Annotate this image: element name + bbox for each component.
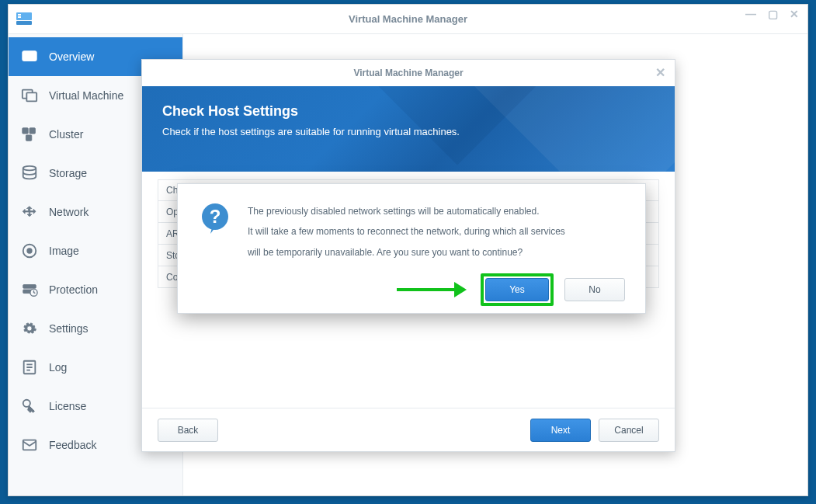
sidebar-item-label: Overview <box>49 50 94 63</box>
confirm-dialog: ? The previously disabled network settin… <box>177 183 646 314</box>
storage-icon <box>21 165 38 182</box>
sidebar-item-label: Feedback <box>49 439 96 451</box>
wizard-titlebar: Virtual Machine Manager ✕ <box>142 60 675 86</box>
no-button[interactable]: No <box>564 278 625 301</box>
wizard-close-icon[interactable]: ✕ <box>655 65 665 80</box>
license-icon <box>21 398 38 415</box>
confirm-line: It will take a few moments to reconnect … <box>248 221 565 242</box>
sidebar-item-label: Settings <box>49 322 89 335</box>
protection-icon <box>21 281 38 298</box>
sidebar-item-label: Virtual Machine <box>49 89 123 102</box>
close-button[interactable]: ✕ <box>787 8 801 20</box>
question-icon: ? <box>198 201 232 235</box>
sidebar-item-label: Image <box>49 245 79 257</box>
image-icon <box>21 242 38 259</box>
annotation-arrow <box>397 286 467 294</box>
network-icon <box>21 203 38 221</box>
cluster-icon <box>21 126 38 143</box>
cancel-button[interactable]: Cancel <box>599 419 659 442</box>
svg-point-13 <box>23 166 36 171</box>
svg-rect-16 <box>23 285 36 289</box>
window-controls: — ▢ ✕ <box>744 8 801 20</box>
svg-rect-1 <box>16 21 32 25</box>
svg-rect-7 <box>30 56 34 57</box>
settings-icon <box>21 320 38 337</box>
svg-rect-5 <box>25 53 29 56</box>
svg-rect-6 <box>30 53 34 54</box>
sidebar-item-label: License <box>49 400 86 412</box>
app-icon <box>15 9 33 28</box>
wizard-title: Virtual Machine Manager <box>353 68 463 78</box>
svg-rect-2 <box>18 14 21 16</box>
wizard-heading: Check Host Settings <box>162 103 655 120</box>
sidebar-item-label: Network <box>49 206 89 218</box>
svg-point-15 <box>27 249 32 253</box>
minimize-button[interactable]: — <box>744 8 758 20</box>
svg-text:?: ? <box>210 206 221 227</box>
confirm-line: The previously disabled network settings… <box>248 201 565 221</box>
sidebar-item-label: Storage <box>49 167 87 179</box>
back-button[interactable]: Back <box>158 419 218 442</box>
sidebar-item-label: Protection <box>49 283 98 296</box>
titlebar: Virtual Machine Manager — ▢ ✕ <box>9 5 807 34</box>
yes-button[interactable]: Yes <box>485 278 549 301</box>
vm-icon <box>21 87 38 104</box>
maximize-button[interactable]: ▢ <box>766 8 780 20</box>
window-title: Virtual Machine Manager <box>349 13 467 25</box>
svg-rect-11 <box>30 128 35 134</box>
overview-icon <box>21 48 38 65</box>
svg-rect-9 <box>26 92 36 101</box>
feedback-icon <box>21 436 38 454</box>
wizard-subheading: Check if the host settings are suitable … <box>162 126 655 137</box>
annotation-highlight: Yes <box>481 273 554 306</box>
svg-rect-10 <box>23 128 28 134</box>
log-icon <box>21 359 38 376</box>
next-button[interactable]: Next <box>530 419 591 442</box>
wizard-footer: Back Next Cancel <box>142 408 675 451</box>
confirm-line: will be temporarily unavailable. Are you… <box>248 242 565 262</box>
sidebar-item-label: Log <box>49 361 67 374</box>
svg-rect-3 <box>18 16 21 18</box>
sidebar-item-label: Cluster <box>49 128 83 141</box>
confirm-message: The previously disabled network settings… <box>248 201 565 262</box>
svg-rect-12 <box>26 135 31 141</box>
wizard-banner: Check Host Settings Check if the host se… <box>142 86 675 172</box>
